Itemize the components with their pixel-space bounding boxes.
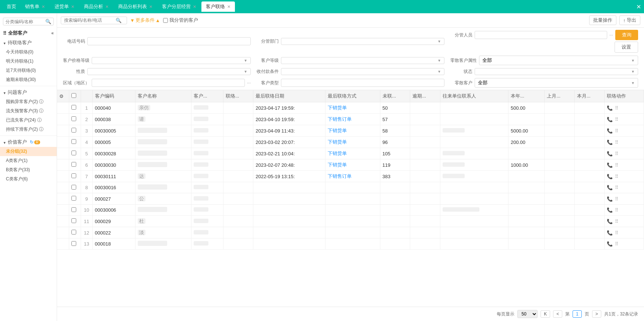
contact-type-link[interactable]: 下销货单 xyxy=(328,139,347,145)
close-all-icon[interactable]: ✕ xyxy=(636,3,641,10)
retail-customer-select[interactable]: 全部 ▼ xyxy=(475,78,638,88)
more-action-icon[interactable]: ⠿ xyxy=(615,151,619,156)
col-unit-contact[interactable]: 往来单位联系人 xyxy=(440,90,508,102)
sidebar-search-input[interactable] xyxy=(6,19,45,24)
sidebar-item-class-c[interactable]: C类客户(6) xyxy=(0,174,57,184)
reset-button[interactable]: 设置 xyxy=(615,42,638,53)
settings-icon[interactable]: ⚙ xyxy=(59,94,64,99)
sidebar-item-7day-pending[interactable]: 近7天待联络(0) xyxy=(0,66,57,75)
row-checkbox[interactable] xyxy=(69,102,81,114)
col-last-contact-type[interactable]: 最后联络方式 xyxy=(325,90,380,102)
close-customer-segment-icon[interactable]: ✕ xyxy=(193,4,196,9)
tab-customer-segment[interactable]: 客户分层经营 ✕ xyxy=(158,1,201,12)
phone-action-icon[interactable]: 📞 xyxy=(607,207,613,213)
tab-product-analysis[interactable]: 商品分析 ✕ xyxy=(80,1,113,12)
query-button[interactable]: 查询 xyxy=(615,30,638,40)
row-checkbox[interactable] xyxy=(69,171,81,182)
batch-op-button[interactable]: 批量操作 xyxy=(589,15,616,25)
phone-input[interactable] xyxy=(87,37,251,45)
sidebar-search[interactable]: 🔍 xyxy=(3,18,54,25)
sidebar-item-churned[interactable]: 已流失客户(24) ⓘ xyxy=(0,116,57,125)
prev-page-button[interactable]: < xyxy=(553,310,562,318)
phone-action-icon[interactable]: 📞 xyxy=(607,241,613,247)
my-customers-checkbox[interactable]: 我分管的客户 xyxy=(163,17,198,24)
sidebar-item-class-a[interactable]: A类客户(1) xyxy=(0,156,57,165)
tab-sales[interactable]: 销售单 ✕ xyxy=(21,1,49,12)
nature-select[interactable]: ▼ xyxy=(87,68,251,75)
region-dots[interactable]: ··· xyxy=(247,80,251,85)
phone-action-icon[interactable]: 📞 xyxy=(607,185,613,190)
group-problem-customers[interactable]: 问题客户 xyxy=(0,88,57,97)
status-select[interactable]: ▼ xyxy=(475,68,638,75)
payment-select[interactable]: ▼ xyxy=(281,68,444,75)
phone-action-icon[interactable]: 📞 xyxy=(607,174,613,179)
close-customer-contact-icon[interactable]: ✕ xyxy=(227,4,230,9)
sidebar-item-tomorrow-pending[interactable]: 明天待联络(1) xyxy=(0,57,57,66)
group-value-customers[interactable]: 价值客户 ↻ R xyxy=(0,137,57,147)
row-checkbox[interactable] xyxy=(69,148,81,159)
more-action-icon[interactable]: ⠿ xyxy=(615,162,619,168)
sidebar-item-declining[interactable]: 持续下滑客户(2) ⓘ xyxy=(0,125,57,134)
phone-action-icon[interactable]: 📞 xyxy=(607,117,613,122)
next-page-button[interactable]: > xyxy=(592,310,601,318)
all-customers-header[interactable]: ⠿ 全部客户 « xyxy=(0,28,57,38)
more-action-icon[interactable]: ⠿ xyxy=(615,219,619,224)
more-action-icon[interactable]: ⠿ xyxy=(615,230,619,236)
more-action-icon[interactable]: ⠿ xyxy=(615,140,619,145)
row-checkbox[interactable] xyxy=(69,125,81,137)
phone-action-icon[interactable]: 📞 xyxy=(607,162,613,168)
phone-action-icon[interactable]: 📞 xyxy=(607,219,613,224)
sidebar-item-class-b[interactable]: B类客户(33) xyxy=(0,165,57,174)
col-last-contact-date[interactable]: 最后联络日期 xyxy=(253,90,325,102)
more-action-icon[interactable]: ⠿ xyxy=(615,207,619,213)
close-sales-icon[interactable]: ✕ xyxy=(42,4,45,9)
customer-level-select[interactable]: ▼ xyxy=(281,57,444,64)
col-type[interactable]: 客户... xyxy=(191,90,223,102)
close-purchase-icon[interactable]: ✕ xyxy=(71,4,74,9)
tab-purchase[interactable]: 进货单 ✕ xyxy=(50,1,79,12)
phone-action-icon[interactable]: 📞 xyxy=(607,196,613,202)
row-checkbox[interactable] xyxy=(69,182,81,193)
sidebar-item-today-pending[interactable]: 今天待联络(0) xyxy=(0,47,57,57)
page-size-select[interactable]: 50 20 100 xyxy=(517,310,538,318)
my-customers-check[interactable] xyxy=(163,18,168,23)
tab-home[interactable]: 首页 xyxy=(3,1,20,12)
phone-action-icon[interactable]: 📞 xyxy=(607,151,613,156)
col-contact[interactable]: 联络... xyxy=(223,90,253,102)
col-settings[interactable]: ⚙ xyxy=(57,90,69,102)
col-this-month[interactable]: 本月... xyxy=(574,90,605,102)
row-checkbox[interactable] xyxy=(69,239,81,250)
phone-action-icon[interactable]: 📞 xyxy=(607,128,613,134)
more-action-icon[interactable]: ⠿ xyxy=(615,196,619,202)
more-action-icon[interactable]: ⠿ xyxy=(615,241,619,247)
tab-customer-contact[interactable]: 客户联络 ✕ xyxy=(201,1,235,12)
price-level-select[interactable]: ▼ xyxy=(92,57,251,64)
sidebar-item-ungrouped[interactable]: 未分组(32) xyxy=(0,147,57,156)
contact-type-link[interactable]: 下销货单 xyxy=(328,151,347,156)
more-action-icon[interactable]: ⠿ xyxy=(615,105,619,111)
row-checkbox[interactable] xyxy=(69,114,81,125)
col-last-month[interactable]: 上月... xyxy=(545,90,575,102)
contact-type-link[interactable]: 下销售订单 xyxy=(328,116,352,122)
manager-input[interactable] xyxy=(475,31,607,39)
close-product-analysis-list-icon[interactable]: ✕ xyxy=(149,4,152,9)
sidebar-item-hoarding-abnormal[interactable]: 囤购异常客户(2) ⓘ xyxy=(0,97,57,106)
manager-dots[interactable]: ··· xyxy=(609,32,613,38)
col-code[interactable]: 客户编码 xyxy=(92,90,135,102)
contact-type-link[interactable]: 下销货单 xyxy=(328,105,347,110)
tab-product-analysis-list[interactable]: 商品分析列表 ✕ xyxy=(114,1,157,12)
row-checkbox[interactable] xyxy=(69,227,81,239)
sidebar-item-churn-warning[interactable]: 流失预警客户(3) ⓘ xyxy=(0,106,57,116)
contact-type-link[interactable]: 下销售订单 xyxy=(328,173,352,179)
sidebar-item-overdue-pending[interactable]: 逾期未联络(30) xyxy=(0,75,57,84)
more-action-icon[interactable]: ⠿ xyxy=(615,128,619,134)
col-checkbox[interactable] xyxy=(69,90,81,102)
row-checkbox[interactable] xyxy=(69,159,81,171)
col-overdue[interactable]: 逾期... xyxy=(410,90,440,102)
group-pending-contact[interactable]: 待联络客户 xyxy=(0,38,57,47)
more-conditions-btn[interactable]: ▼ 更多条件 ▲ xyxy=(130,17,160,24)
phone-action-icon[interactable]: 📞 xyxy=(607,140,613,145)
close-product-analysis-icon[interactable]: ✕ xyxy=(105,4,109,9)
region-input[interactable] xyxy=(92,79,245,87)
col-uncontact[interactable]: 未联... xyxy=(380,90,410,102)
